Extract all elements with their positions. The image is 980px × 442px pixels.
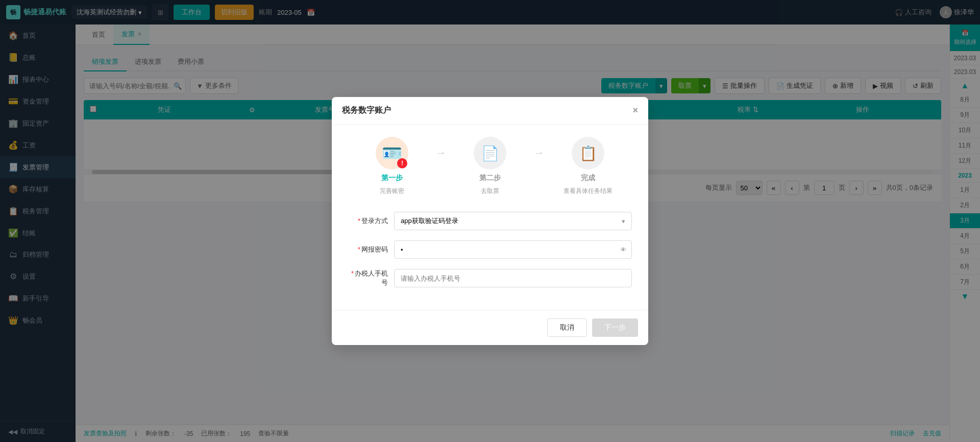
phone-label: 办税人手机号 [348, 269, 394, 287]
password-row: 网报密码 👁 [348, 240, 632, 259]
phone-row: 办税人手机号 [348, 269, 632, 287]
modal-close-button[interactable]: × [632, 105, 638, 116]
login-method-label: 登录方式 [348, 216, 394, 226]
modal-stepper: 🪪 ! 第一步 完善账密 → 📄 第二步 去取票 [348, 137, 632, 195]
eye-icon[interactable]: 👁 [620, 246, 627, 254]
step-1: 🪪 ! 第一步 完善账密 [348, 137, 436, 195]
tax-account-modal: 税务数字账户 × 🪪 ! 第一步 完善账密 [332, 97, 648, 345]
phone-input[interactable] [394, 269, 632, 287]
login-method-row: 登录方式 app获取验证码登录 ▾ [348, 212, 632, 230]
step-arrow-1: → [436, 137, 446, 159]
step-3-desc: 查看具体任务结果 [564, 187, 612, 195]
password-label: 网报密码 [348, 245, 394, 254]
modal-title: 税务数字账户 [342, 105, 391, 116]
modal-body: 🪪 ! 第一步 完善账密 → 📄 第二步 去取票 [332, 125, 648, 310]
step-1-badge: ! [397, 158, 407, 168]
password-wrapper: 👁 [394, 240, 632, 259]
step-1-label: 第一步 [381, 174, 403, 183]
step-3-icon: 📋 [572, 137, 604, 169]
step-2-label: 第二步 [479, 174, 501, 183]
step-2-desc: 去取票 [481, 187, 499, 195]
step-arrow-2: → [534, 137, 544, 159]
step-3-label: 完成 [581, 174, 595, 183]
step-2-icon: 📄 [474, 137, 506, 169]
cancel-button[interactable]: 取消 [547, 318, 587, 337]
step-1-desc: 完善账密 [380, 187, 404, 195]
step-2: 📄 第二步 去取票 [446, 137, 534, 195]
step-3: 📋 完成 查看具体任务结果 [544, 137, 632, 195]
modal-footer: 取消 下一步 [332, 310, 648, 345]
login-method-value: app获取验证码登录 [401, 216, 458, 226]
step-1-icon-wrapper: 🪪 ! [376, 137, 408, 169]
next-button[interactable]: 下一步 [592, 318, 638, 337]
modal-overlay: 税务数字账户 × 🪪 ! 第一步 完善账密 [0, 0, 980, 442]
select-arrow-icon: ▾ [622, 217, 625, 225]
login-method-select[interactable]: app获取验证码登录 ▾ [394, 212, 632, 230]
modal-header: 税务数字账户 × [332, 97, 648, 125]
password-input[interactable] [394, 240, 632, 259]
